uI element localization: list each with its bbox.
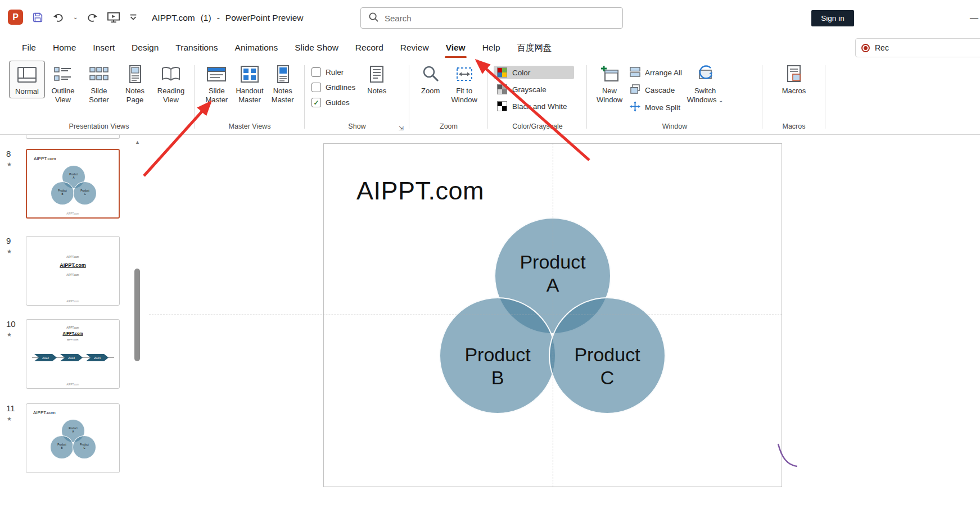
group-label-show: Show ⇲ bbox=[310, 121, 404, 134]
tab-view[interactable]: View bbox=[437, 36, 474, 60]
animation-star-icon: ★ bbox=[7, 331, 12, 338]
cascade-button[interactable]: Cascade bbox=[630, 84, 682, 96]
new-window-button[interactable]: New Window bbox=[593, 61, 626, 106]
undo-dropdown-icon[interactable]: ⌄ bbox=[73, 14, 78, 20]
show-dialog-launcher-icon[interactable]: ⇲ bbox=[399, 125, 404, 131]
tab-help[interactable]: Help bbox=[474, 36, 509, 60]
scroll-up-icon[interactable]: ▲ bbox=[135, 139, 140, 145]
group-label-window: Window bbox=[593, 121, 757, 134]
tab-slide-show[interactable]: Slide Show bbox=[286, 36, 347, 60]
venn-label-product-b[interactable]: ProductB bbox=[439, 343, 556, 389]
notes-button[interactable]: Notes bbox=[360, 61, 394, 97]
switch-windows-button[interactable]: Switch Windows ⌄ bbox=[685, 61, 725, 106]
normal-view-button[interactable]: Normal bbox=[9, 61, 45, 98]
gridlines-checkbox-box[interactable] bbox=[311, 83, 321, 92]
tab-file[interactable]: File bbox=[13, 36, 44, 60]
thumbnail-slide-9[interactable]: AIPPT.com AIPPT.com AIPPT.com AIPPT.com bbox=[26, 236, 120, 306]
color-button[interactable]: Color bbox=[494, 66, 574, 79]
slide-thumbnail-panel: 8 ★ AIPPT.com ProductA ProductB ProductC… bbox=[0, 135, 145, 518]
vertical-guide[interactable] bbox=[553, 143, 553, 487]
animation-star-icon: ★ bbox=[7, 161, 12, 167]
minimize-window-icon[interactable]: — bbox=[970, 12, 978, 22]
group-color-grayscale: Color Grayscale Black and White bbox=[488, 61, 587, 134]
slide-number-8: 8 bbox=[6, 149, 11, 158]
redo-icon[interactable] bbox=[86, 12, 98, 23]
group-label-macros: Macros bbox=[768, 121, 820, 134]
save-icon[interactable] bbox=[31, 11, 44, 24]
record-button-label: Rec bbox=[875, 43, 889, 52]
undo-icon[interactable] bbox=[52, 12, 65, 23]
reading-view-button[interactable]: Reading View bbox=[153, 61, 189, 106]
thumbnail-slide-8[interactable]: AIPPT.com ProductA ProductB ProductC AIP… bbox=[26, 149, 120, 219]
notes-master-icon bbox=[274, 63, 292, 85]
document-title: AIPPT.com (1) - PowerPoint Preview bbox=[152, 0, 304, 36]
tab-home[interactable]: Home bbox=[44, 36, 84, 60]
move-split-button[interactable]: Move Split bbox=[630, 101, 682, 113]
slide-number-11: 11 bbox=[6, 403, 15, 413]
macros-button[interactable]: Macros bbox=[777, 61, 811, 97]
new-window-icon bbox=[600, 63, 619, 85]
notes-page-button[interactable]: Notes Page bbox=[117, 61, 153, 106]
handout-master-button[interactable]: Handout Master bbox=[233, 61, 267, 106]
horizontal-guide[interactable] bbox=[149, 315, 782, 315]
fit-to-window-icon bbox=[454, 63, 475, 85]
slide-sorter-icon bbox=[89, 63, 109, 85]
search-box[interactable] bbox=[360, 7, 623, 29]
thumbnail-slide-11[interactable]: AIPPT.com ProductA ProductB ProductC bbox=[26, 403, 120, 473]
slide-master-button[interactable]: Slide Master bbox=[200, 61, 233, 106]
group-label-presentation-views: Presentation Views bbox=[9, 121, 189, 134]
arrange-all-button[interactable]: Arrange All bbox=[630, 66, 682, 79]
black-and-white-icon bbox=[497, 101, 507, 111]
start-slideshow-icon[interactable] bbox=[107, 11, 120, 24]
powerpoint-app: P ⌄ AIPPT.com (1) - PowerPoint Preview bbox=[0, 0, 980, 518]
ribbon-tab-bar: File Home Insert Design Transitions Anim… bbox=[0, 36, 980, 60]
outline-view-button[interactable]: Outline View bbox=[45, 61, 81, 106]
color-icon bbox=[497, 67, 507, 78]
notes-icon bbox=[368, 63, 385, 85]
document-name: AIPPT.com bbox=[152, 13, 195, 23]
group-window: New Window Arrange All Cascade bbox=[587, 61, 762, 134]
handout-master-icon bbox=[240, 63, 259, 85]
tab-baidu-netdisk[interactable]: 百度网盘 bbox=[509, 36, 561, 60]
slide-title-textbox[interactable]: AIPPT.com bbox=[356, 176, 484, 206]
slide-sorter-button[interactable]: Slide Sorter bbox=[81, 61, 117, 106]
tab-review[interactable]: Review bbox=[392, 36, 437, 60]
gridlines-checkbox[interactable]: Gridlines bbox=[311, 83, 355, 92]
thumbnail-partial-above[interactable] bbox=[26, 135, 120, 139]
zoom-button[interactable]: Zoom bbox=[415, 61, 446, 97]
ruler-checkbox[interactable]: Ruler bbox=[311, 67, 355, 77]
group-label-master-views: Master Views bbox=[200, 121, 299, 134]
search-input[interactable] bbox=[385, 13, 615, 23]
thumbnail-slide-10[interactable]: AIPPT.com AIPPT.com AIPPT.com 2022 2023 … bbox=[26, 319, 120, 389]
group-macros: Macros Macros bbox=[762, 61, 825, 134]
tab-record[interactable]: Record bbox=[347, 36, 392, 60]
arrange-all-icon bbox=[630, 66, 640, 79]
title-separator: - bbox=[217, 13, 220, 23]
tab-insert[interactable]: Insert bbox=[84, 36, 123, 60]
tab-design[interactable]: Design bbox=[123, 36, 167, 60]
guides-checkbox-box[interactable]: ✓ bbox=[311, 98, 321, 107]
slide-canvas: AIPPT.com ProductA ProductB ProductC bbox=[145, 135, 980, 518]
group-presentation-views: Normal Outline View Slide Sorter bbox=[3, 61, 195, 134]
macros-icon bbox=[785, 63, 803, 85]
guides-checkbox[interactable]: ✓ Guides bbox=[311, 98, 355, 107]
app-name: PowerPoint Preview bbox=[225, 13, 304, 23]
customize-toolbar-icon[interactable] bbox=[129, 13, 138, 22]
notes-master-button[interactable]: Notes Master bbox=[266, 61, 299, 106]
sign-in-button[interactable]: Sign in bbox=[811, 10, 854, 26]
titlebar: P ⌄ AIPPT.com (1) - PowerPoint Preview bbox=[0, 0, 980, 36]
outline-view-icon bbox=[53, 63, 73, 85]
black-and-white-button[interactable]: Black and White bbox=[494, 99, 574, 113]
venn-label-product-c[interactable]: ProductC bbox=[549, 343, 666, 389]
thumbnail-scrollbar[interactable] bbox=[134, 269, 140, 361]
fit-to-window-button[interactable]: Fit to Window bbox=[446, 61, 482, 106]
ruler-checkbox-box[interactable] bbox=[311, 67, 321, 77]
tab-transitions[interactable]: Transitions bbox=[167, 36, 226, 60]
tab-animations[interactable]: Animations bbox=[227, 36, 287, 60]
slide-number-10: 10 bbox=[6, 319, 16, 329]
grayscale-button[interactable]: Grayscale bbox=[494, 83, 574, 96]
document-count: (1) bbox=[201, 13, 211, 23]
group-master-views: Slide Master Handout Master Notes Master… bbox=[195, 61, 305, 134]
reading-view-icon bbox=[161, 63, 181, 85]
record-button[interactable]: Rec bbox=[855, 38, 980, 57]
